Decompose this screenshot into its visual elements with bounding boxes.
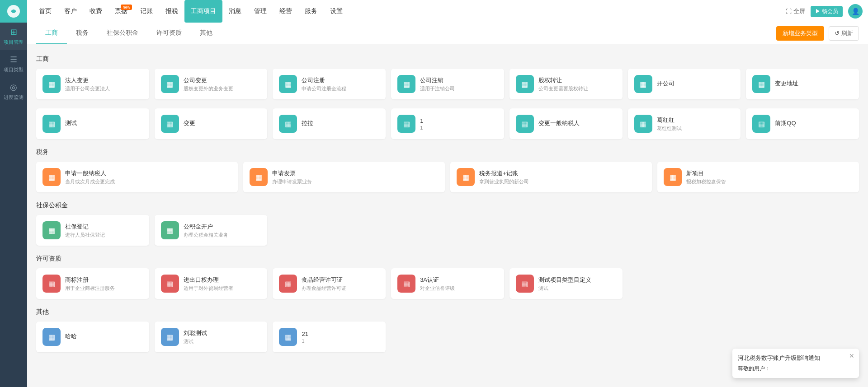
nav-operation[interactable]: 经营 [273, 0, 298, 23]
biz-card-liuceyingceshi[interactable]: ▦ 刘聪测试 测试 [155, 322, 268, 352]
biz-card-shenqing-naShuiren[interactable]: ▦ 申请一般纳税人 当月或次月成变更完成 [36, 162, 238, 192]
card-info: 商标注册 用于企业商标注册服务 [65, 276, 143, 292]
biz-card-biange[interactable]: ▦ 变更 [155, 108, 268, 139]
card-info: 法人变更 适用于公司变更法人 [65, 76, 143, 92]
card-desc: 适用于公司变更法人 [65, 85, 143, 92]
biz-card-shangbiao-zhuce[interactable]: ▦ 商标注册 用于企业商标注册服务 [36, 268, 149, 299]
biz-card-shenqing-fapiao[interactable]: ▦ 申请发票 办理申请发票业务 [243, 162, 445, 192]
card-desc: 适用于对外贸易经营者 [184, 285, 261, 292]
biz-card-shebao-dengji[interactable]: ▦ 社保登记 进行人员社保登记 [36, 215, 149, 246]
card-icon: ▦ [279, 115, 297, 133]
card-icon: ▦ [161, 75, 179, 93]
refresh-button[interactable]: ↺ 刷新 [829, 26, 859, 41]
biz-card-ceshi[interactable]: ▦ 测试 [36, 108, 149, 139]
nav-home[interactable]: 首页 [33, 0, 58, 23]
nav-tax[interactable]: 报税 [159, 0, 184, 23]
tab-qita[interactable]: 其他 [191, 23, 222, 44]
card-info: 前期QQ [775, 119, 853, 128]
biz-card-qianqi-qq[interactable]: ▦ 前期QQ [746, 108, 859, 139]
biz-card-3a-renzheng[interactable]: ▦ 3A认证 对企业信誉评级 [391, 268, 504, 299]
card-info: 公司变更 股权变更外的业务变更 [184, 76, 261, 92]
sidebar-item-progress-monitor[interactable]: ◎ 进度监测 [0, 78, 27, 105]
topnav-right: ⛶ 全屏 ▶ 畅会员 👤 [786, 4, 863, 19]
card-icon: ▦ [397, 75, 415, 93]
tab-gongshang[interactable]: 工商 [36, 23, 67, 44]
nav-customer[interactable]: 客户 [58, 0, 83, 23]
tab-bar-right: 新增业务类型 ↺ 刷新 [776, 26, 859, 41]
nav-settings[interactable]: 设置 [324, 0, 349, 23]
card-name: 测试 [65, 119, 143, 127]
card-info: 哈哈 [65, 332, 143, 341]
biz-card-jinchukou-banli[interactable]: ▦ 进出口权办理 适用于对外贸易经营者 [155, 268, 268, 299]
notification-title: 河北税务数字账户升级影响通知 [738, 354, 854, 362]
card-desc: 测试 [538, 285, 616, 292]
sidebar-item-label: 进度监测 [4, 94, 24, 101]
biz-card-twenty-one[interactable]: ▦ 21 1 [273, 322, 386, 352]
biz-card-biange-dizhi[interactable]: ▦ 变更地址 [746, 69, 859, 99]
biz-card-gongjijin-kaiku[interactable]: ▦ 公积金开户 办理公积金相关业务 [155, 215, 268, 246]
biz-card-xin-xiangmu[interactable]: ▦ 新项目 报税加税控盘保管 [657, 162, 859, 192]
biz-card-faren-biange[interactable]: ▦ 法人变更 适用于公司变更法人 [36, 69, 149, 99]
xuke-title: 许可资质 [36, 255, 859, 263]
progress-monitor-icon: ◎ [10, 82, 17, 92]
sidebar-item-project-manage[interactable]: ⊞ 项目管理 [0, 23, 27, 50]
card-icon: ▦ [516, 275, 534, 293]
card-desc: 办理公积金相关业务 [184, 232, 261, 238]
biz-card-mahonghong[interactable]: ▦ 葛红红 葛红红测试 [628, 108, 741, 139]
card-name: 开公司 [657, 79, 735, 88]
card-name: 拉拉 [302, 119, 379, 127]
card-desc: 1 [302, 338, 379, 344]
card-name: 新项目 [686, 169, 853, 177]
nav-service[interactable]: 服务 [298, 0, 324, 23]
card-name: 1 [420, 117, 498, 124]
nav-message[interactable]: 消息 [222, 0, 248, 23]
notification-close[interactable]: ✕ [849, 352, 854, 359]
fullscreen-button[interactable]: ⛶ 全屏 [786, 7, 805, 15]
nav-accounting[interactable]: 记账 [134, 0, 159, 23]
card-desc: 进行人员社保登记 [65, 232, 143, 238]
shebao-title: 社保公积金 [36, 201, 859, 210]
card-icon: ▦ [634, 75, 652, 93]
card-info: 税务报道+记账 拿到营业执照的新公司 [479, 169, 646, 185]
card-icon: ▦ [161, 275, 179, 293]
biz-card-kai-gongsi[interactable]: ▦ 开公司 [628, 69, 741, 99]
biz-card-gongsi-biange[interactable]: ▦ 公司变更 股权变更外的业务变更 [155, 69, 268, 99]
card-name: 变更一般纳税人 [538, 119, 616, 127]
biz-card-shipin-xuke[interactable]: ▦ 食品经营许可证 办理食品经营许可证 [273, 268, 386, 299]
biz-card-guquan-zhuanrang[interactable]: ▦ 股权转让 公司变更需要股权转让 [509, 69, 623, 99]
card-info: 21 1 [302, 331, 379, 344]
tab-shuiwu[interactable]: 税务 [67, 23, 98, 44]
card-icon: ▦ [42, 328, 61, 346]
biz-card-ceshi-xiangmu[interactable]: ▦ 测试项目类型目定义 测试 [509, 268, 623, 299]
biz-card-one-one[interactable]: ▦ 1 1 [391, 108, 504, 139]
sidebar-item-project-type[interactable]: ☰ 项目类型 [0, 50, 27, 78]
new-type-button[interactable]: 新增业务类型 [776, 26, 824, 41]
vip-button[interactable]: ▶ 畅会员 [811, 6, 843, 17]
biz-card-gongsi-zhuxiao[interactable]: ▦ 公司注销 适用于注销公司 [391, 69, 504, 99]
nav-manage[interactable]: 管理 [248, 0, 273, 23]
gongshang-grid-1: ▦ 法人变更 适用于公司变更法人 ▦ 公司变更 股权变更外的业务变更 ▦ 公司注… [36, 69, 859, 99]
card-name: 公司注册 [302, 76, 379, 84]
biz-card-biange-納税[interactable]: ▦ 变更一般纳税人 [509, 108, 623, 139]
avatar[interactable]: 👤 [848, 4, 863, 19]
card-info: 葛红红 葛红红测试 [657, 116, 735, 132]
biz-card-shuiwu-baodao[interactable]: ▦ 税务报道+记账 拿到营业执照的新公司 [450, 162, 652, 192]
nav-billing[interactable]: 收费 [83, 0, 108, 23]
card-icon: ▦ [250, 168, 268, 186]
content-area: 工商 税务 社保公积金 许可资质 其他 新增业务类型 ↺ 刷新 工商 ▦ 法人变… [27, 23, 868, 387]
shuiwu-grid: ▦ 申请一般纳税人 当月或次月成变更完成 ▦ 申请发票 办理申请发票业务 ▦ 税… [36, 162, 859, 192]
qita-title: 其他 [36, 308, 859, 316]
nav-invoice[interactable]: 票据 new [108, 0, 134, 23]
card-desc: 办理食品经营许可证 [302, 285, 379, 292]
card-name: 社保登记 [65, 223, 143, 231]
tab-shebao[interactable]: 社保公积金 [98, 23, 147, 44]
biz-card-lala[interactable]: ▦ 拉拉 [273, 108, 386, 139]
card-info: 开公司 [657, 79, 735, 89]
biz-card-gongsi-zhuce[interactable]: ▦ 公司注册 申请公司注册全流程 [273, 69, 386, 99]
biz-card-haha[interactable]: ▦ 哈哈 [36, 322, 149, 352]
card-desc: 申请公司注册全流程 [302, 85, 379, 92]
nav-bizproject[interactable]: 工商项目 [184, 0, 222, 23]
project-manage-icon: ⊞ [10, 27, 17, 37]
sidebar-logo [0, 0, 27, 23]
tab-xuke[interactable]: 许可资质 [147, 23, 191, 44]
